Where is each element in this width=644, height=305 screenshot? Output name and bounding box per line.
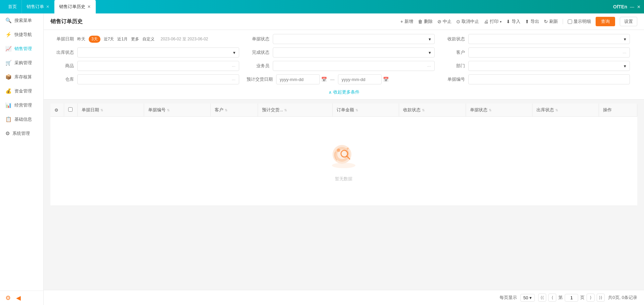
filter-row-4: 仓库 ··· 预计交货日期 📅 — 📅 [50, 74, 637, 84]
window-close[interactable]: ✕ [637, 4, 641, 9]
sidebar-item-inventory[interactable]: 📦 库存核算 [0, 70, 43, 84]
delivery-date-start[interactable] [276, 74, 320, 84]
filter-receipt-col: 收款状态 ▾ [441, 34, 637, 44]
sidebar-settings-icon[interactable]: ⚙ [5, 294, 11, 302]
th-order-no-label: 单据编号 [148, 107, 166, 113]
next-page-button[interactable]: ⟩ [587, 294, 595, 302]
date-more[interactable]: 更多 [131, 36, 139, 42]
export-label: 导出 [530, 18, 539, 25]
receipt-status-select[interactable]: ▾ [468, 34, 630, 44]
th-order-no[interactable]: 单据编号 ⇅ [144, 104, 210, 117]
product-select[interactable]: ··· [77, 61, 239, 71]
th-amount[interactable]: 订单金额 ⇅ [333, 104, 399, 117]
select-all-checkbox[interactable] [68, 107, 73, 112]
import-button[interactable]: ⬇ 导入 [506, 18, 520, 25]
th-receipt-status[interactable]: 收款状态 ⇅ [399, 104, 466, 117]
receipt-status-arrow: ▾ [624, 37, 626, 42]
window-minimize[interactable]: — [630, 4, 634, 9]
settings-button[interactable]: 设置 [620, 17, 637, 26]
th-customer[interactable]: 客户 ⇅ [211, 104, 258, 117]
date-3days[interactable]: 3天 [89, 36, 100, 43]
content-area: 销售订单历史 + 新增 🗑 删除 ⊘ 中止 ⊙ 取消中止 [44, 13, 644, 305]
department-select[interactable]: ▾ [468, 61, 630, 71]
sidebar-item-base-info[interactable]: 📋 基础信息 [0, 112, 43, 126]
cancel-stop-button[interactable]: ⊙ 取消中止 [456, 18, 479, 25]
salesperson-dots[interactable]: ··· [427, 64, 431, 69]
filter-row-2: 出库状态 ▾ 完成状态 ▾ 客户 [50, 47, 637, 58]
show-columns-checkbox[interactable] [568, 20, 572, 24]
warehouse-select[interactable]: ··· [77, 74, 239, 84]
complete-status-select[interactable]: ▾ [273, 47, 435, 58]
sort-date-icon: ⇅ [100, 108, 103, 112]
th-checkbox[interactable] [64, 104, 77, 117]
th-delivery-date[interactable]: 预计交货... ⇅ [258, 104, 332, 117]
first-page-button[interactable]: ⟨⟨ [538, 294, 546, 302]
new-button[interactable]: + 新增 [400, 18, 413, 25]
sidebar-collapse-icon[interactable]: ◀ [16, 294, 21, 302]
prev-page-button[interactable]: ⟨ [548, 294, 556, 302]
tab-sales-order-close[interactable]: ✕ [46, 4, 49, 9]
customer-select[interactable]: ··· [468, 47, 630, 58]
sidebar-item-operations[interactable]: 📊 经营管理 [0, 98, 43, 112]
show-columns-label: 显示明细 [573, 18, 591, 25]
filter-warehouse-status-col: 出库状态 ▾ [50, 47, 246, 58]
top-bar: 首页 销售订单 ✕ 销售订单历史 ✕ OfTEn — ✕ [0, 0, 644, 13]
sidebar-item-operations-label: 经营管理 [14, 102, 32, 108]
complete-label: 完成状态 [246, 49, 273, 55]
chevron-up-icon: ∧ [329, 90, 332, 95]
print-button[interactable]: 🖨 打印 ▾ [484, 18, 502, 25]
filter-row-3: 商品 ··· 业务员 ··· 部门 [50, 61, 637, 71]
sidebar-item-system[interactable]: ⚙ 系统管理 [0, 126, 43, 141]
date-yesterday[interactable]: 昨天 [77, 36, 85, 42]
filter-order-no-col: 单据编号 [441, 74, 637, 84]
order-status-select[interactable]: ▾ [273, 34, 435, 44]
tab-sales-order[interactable]: 销售订单 ✕ [22, 0, 54, 13]
product-dots[interactable]: ··· [232, 64, 235, 69]
filter-warehouse-col: 仓库 ··· [50, 74, 246, 84]
delete-button[interactable]: 🗑 删除 [418, 18, 433, 25]
date-7days[interactable]: 近7天 [104, 36, 114, 42]
sidebar-item-search-menu[interactable]: 🔍 搜索菜单 [0, 13, 43, 28]
date-1month[interactable]: 近1月 [117, 36, 128, 42]
salesperson-select[interactable]: ··· [273, 61, 435, 71]
th-order-status[interactable]: 单据状态 ⇅ [466, 104, 532, 117]
calendar-icon-end[interactable]: 📅 [383, 77, 389, 82]
th-date[interactable]: 单据日期 ⇅ [77, 104, 144, 117]
data-table: ⚙ 单据日期 ⇅ 单据编号 [50, 104, 637, 206]
order-no-input[interactable] [468, 74, 630, 84]
calendar-icon-start[interactable]: 📅 [321, 77, 327, 82]
sidebar-item-purchase[interactable]: 🛒 采购管理 [0, 56, 43, 70]
new-label: 新增 [404, 18, 413, 25]
tab-home[interactable]: 首页 [3, 0, 22, 13]
export-button[interactable]: ⬆ 导出 [525, 18, 539, 25]
tab-sales-order-history[interactable]: 销售订单历史 ✕ [54, 0, 96, 13]
per-page-select[interactable]: 50 ▾ [520, 294, 535, 302]
collapse-row[interactable]: ∧ 收起更多条件 [50, 88, 637, 95]
stop-button[interactable]: ⊘ 中止 [437, 18, 452, 25]
page-number-input[interactable] [565, 294, 578, 302]
department-arrow: ▾ [624, 64, 626, 69]
last-page-button[interactable]: ⟩⟩ [597, 294, 605, 302]
sidebar-item-purchase-label: 采购管理 [14, 60, 32, 66]
filter-date-col: 单据日期 昨天 3天 近7天 近1月 更多 自定义 2023-06-02 至 2… [50, 36, 246, 43]
sidebar-item-sales[interactable]: 📈 销售管理 [0, 42, 43, 56]
sidebar-item-finance[interactable]: 💰 资金管理 [0, 84, 43, 98]
date-custom[interactable]: 自定义 [142, 36, 155, 42]
query-button[interactable]: 查询 [596, 17, 615, 26]
warehouse-dots[interactable]: ··· [232, 77, 235, 82]
settings-gear-icon[interactable]: ⚙ [54, 108, 58, 113]
page-label: 第 [558, 295, 563, 301]
refresh-button[interactable]: ↻ 刷新 [544, 18, 558, 25]
show-columns-checkbox-label[interactable]: 显示明细 [568, 18, 591, 25]
th-settings[interactable]: ⚙ [50, 104, 64, 117]
delivery-date-end[interactable] [338, 74, 382, 84]
quick-nav-icon: ⚡ [5, 32, 12, 38]
sidebar: 🔍 搜索菜单 ⚡ 快捷导航 📈 销售管理 🛒 采购管理 📦 库存核算 💰 资金管… [0, 13, 44, 305]
th-action-label: 操作 [603, 107, 612, 112]
sidebar-item-quick-nav[interactable]: ⚡ 快捷导航 [0, 28, 43, 42]
th-warehouse-status[interactable]: 出库状态 ⇅ [532, 104, 599, 117]
tab-sales-order-history-close[interactable]: ✕ [87, 4, 91, 9]
warehouse-status-select[interactable]: ▾ [77, 47, 239, 58]
customer-dots[interactable]: ··· [622, 50, 626, 55]
per-page-label: 每页显示 [500, 295, 517, 301]
